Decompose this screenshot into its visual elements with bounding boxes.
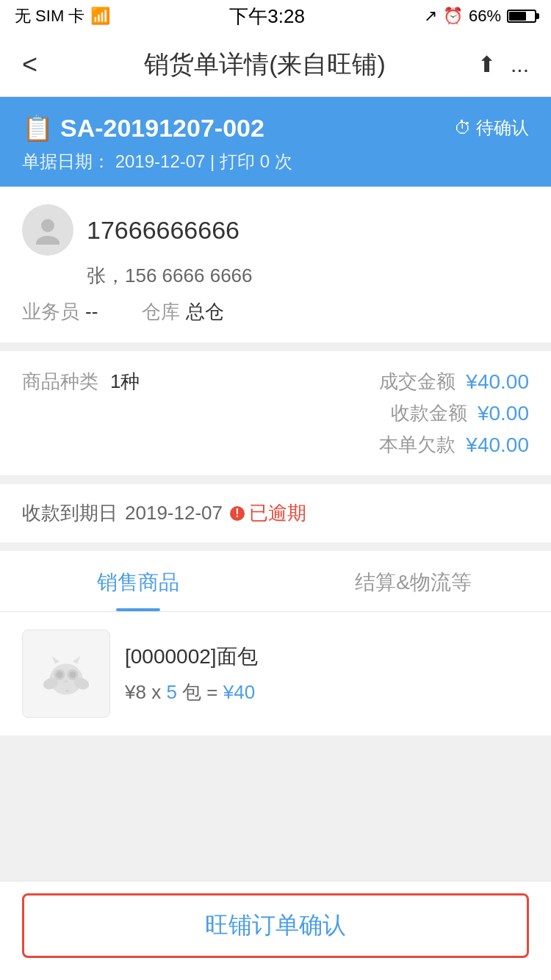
product-info: [0000002]面包 ¥8 x 5 包 = ¥40	[125, 643, 529, 705]
bottom-bar: 旺铺订单确认	[0, 881, 551, 980]
owed-label: 本单欠款	[379, 432, 455, 458]
more-icon[interactable]: ...	[511, 52, 529, 77]
svg-text:+: +	[65, 686, 69, 695]
warehouse-value: 总仓	[186, 299, 224, 325]
customer-name: 张，156 6666 6666	[22, 263, 529, 289]
product-equals: =	[206, 681, 223, 703]
svg-point-6	[70, 671, 76, 678]
due-date-label: 收款到期日	[22, 500, 118, 526]
nav-actions: ⬆ ...	[478, 51, 529, 77]
product-total: ¥40	[223, 681, 255, 703]
overdue-text: 已逾期	[249, 500, 306, 526]
carrier-text: 无 SIM 卡	[15, 5, 84, 27]
tab-sales-products[interactable]: 销售商品	[0, 551, 276, 611]
alarm-icon: ⏰	[443, 7, 463, 26]
location-icon: ↗	[424, 7, 437, 26]
svg-marker-9	[73, 656, 81, 664]
status-left: 无 SIM 卡 📶	[15, 5, 110, 27]
status-bar: 无 SIM 卡 📶 下午3:28 ↗ ⏰ 66%	[0, 0, 551, 32]
wifi-icon: 📶	[90, 7, 110, 26]
content-filler	[0, 735, 551, 897]
summary-section: 商品种类 1种 成交金额 ¥40.00 收款金额 ¥0.00 本单欠款 ¥40.…	[0, 351, 551, 475]
back-button[interactable]: <	[22, 49, 52, 80]
time-display: 下午3:28	[229, 4, 305, 29]
tabs-bar: 销售商品 结算&物流等	[0, 551, 551, 612]
nav-bar: < 销货单详情(来自旺铺) ⬆ ...	[0, 32, 551, 97]
overdue-icon: !	[230, 506, 245, 521]
tab-settlement[interactable]: 结算&物流等	[276, 551, 551, 611]
amounts-group: 成交金额 ¥40.00 收款金额 ¥0.00 本单欠款 ¥40.00	[379, 369, 529, 458]
order-id: 📋 SA-20191207-002	[22, 113, 264, 143]
svg-point-5	[57, 671, 63, 678]
share-icon[interactable]: ⬆	[478, 51, 496, 77]
due-date-value: 2019-12-07	[125, 502, 223, 525]
page-title: 销货单详情(来自旺铺)	[52, 48, 478, 82]
order-date-row: 单据日期： 2019-12-07 | 打印 0 次	[22, 150, 529, 173]
customer-meta: 业务员 -- 仓库 总仓	[22, 299, 529, 325]
customer-phone: 17666666666	[87, 216, 240, 245]
product-item: + [0000002]面包 ¥8 x 5 包 = ¥40	[0, 612, 551, 735]
salesperson-label: 业务员	[22, 299, 79, 325]
print-info: | 打印 0 次	[210, 151, 292, 171]
product-multiply: x	[151, 681, 166, 703]
avatar	[22, 204, 73, 256]
product-types-label: 商品种类	[22, 369, 98, 394]
product-types-group: 商品种类 1种	[22, 369, 140, 394]
tab-sales-label: 销售商品	[97, 571, 179, 594]
product-name: [0000002]面包	[125, 643, 529, 671]
received-value: ¥0.00	[478, 402, 529, 425]
owed-value: ¥40.00	[466, 433, 529, 457]
status-right: ↗ ⏰ 66%	[424, 7, 536, 26]
svg-point-0	[41, 219, 54, 232]
amount-value: ¥40.00	[466, 370, 529, 394]
order-id-icon: 📋	[22, 113, 53, 143]
svg-marker-8	[52, 656, 60, 664]
status-clock-icon: ⏱	[454, 118, 472, 138]
order-date-value: 2019-12-07	[115, 151, 206, 171]
confirm-order-button[interactable]: 旺铺订单确认	[22, 893, 529, 958]
salesperson-value: --	[85, 300, 98, 323]
order-id-text: SA-20191207-002	[60, 114, 264, 143]
customer-section: 17666666666 张，156 6666 6666 业务员 -- 仓库 总仓	[0, 187, 551, 342]
warehouse-label: 仓库	[142, 299, 180, 325]
product-price: ¥8	[125, 681, 146, 703]
battery-text: 66%	[469, 7, 501, 26]
overdue-badge: ! 已逾期	[230, 500, 306, 526]
svg-point-1	[36, 236, 60, 245]
due-date-section: 收款到期日 2019-12-07 ! 已逾期	[0, 484, 551, 542]
order-header: 📋 SA-20191207-002 ⏱ 待确认 单据日期： 2019-12-07…	[0, 97, 551, 187]
products-section: + [0000002]面包 ¥8 x 5 包 = ¥40	[0, 612, 551, 735]
received-label: 收款金额	[391, 400, 467, 426]
product-types-value: 1种	[110, 369, 140, 394]
battery-icon	[507, 10, 536, 23]
confirm-button-label: 旺铺订单确认	[205, 909, 346, 942]
date-label: 单据日期：	[22, 151, 110, 171]
tab-settlement-label: 结算&物流等	[355, 571, 472, 594]
status-text: 待确认	[476, 116, 529, 140]
amount-label: 成交金额	[379, 369, 455, 394]
product-image: +	[22, 630, 110, 718]
product-qty-unit: 包	[182, 681, 201, 703]
product-price-row: ¥8 x 5 包 = ¥40	[125, 680, 529, 705]
order-status-badge: ⏱ 待确认	[454, 116, 529, 140]
product-qty: 5	[166, 681, 176, 703]
